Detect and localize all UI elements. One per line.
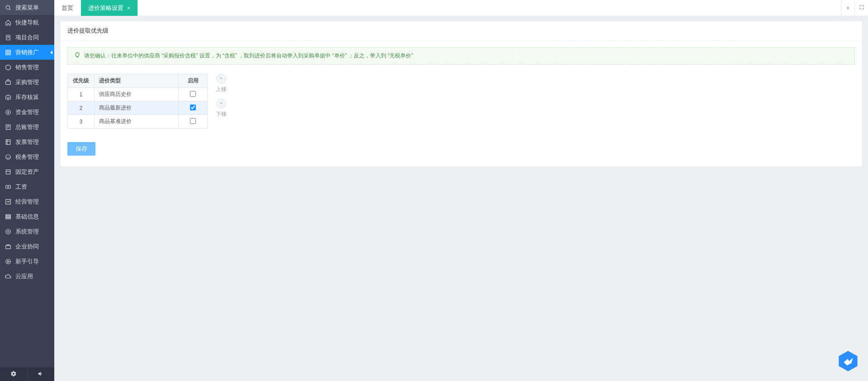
fullscreen-icon bbox=[859, 5, 864, 11]
salary-icon bbox=[5, 183, 12, 190]
save-button[interactable]: 保存 bbox=[67, 142, 95, 156]
enable-checkbox[interactable] bbox=[190, 118, 196, 124]
sidebar-item-label: 采购管理 bbox=[15, 78, 39, 86]
svg-point-26 bbox=[7, 231, 9, 233]
chevron-up-icon bbox=[219, 76, 223, 82]
sidebar-item-label: 搜索菜单 bbox=[15, 4, 39, 12]
sidebar-item-label: 经营管理 bbox=[15, 198, 39, 206]
sidebar-item-17[interactable]: 新手引导 bbox=[0, 254, 54, 269]
sidebar-item-6[interactable]: 库存核算 bbox=[0, 90, 54, 105]
sidebar-item-10[interactable]: 税务管理 bbox=[0, 149, 54, 164]
tab-1[interactable]: 进价策略设置× bbox=[81, 0, 138, 16]
sidebar-item-0[interactable]: 搜索菜单 bbox=[0, 0, 54, 15]
assistant-dock[interactable] bbox=[837, 350, 859, 372]
guide-icon bbox=[5, 258, 12, 265]
move-up-label: 上移 bbox=[216, 86, 227, 93]
table-row[interactable]: 3商品基准进价 bbox=[68, 115, 208, 129]
svg-rect-18 bbox=[6, 170, 10, 174]
move-up-button[interactable] bbox=[216, 74, 226, 84]
sidebar-item-label: 云应用 bbox=[15, 272, 33, 281]
gear-icon bbox=[10, 371, 17, 378]
move-down-button[interactable] bbox=[216, 99, 226, 109]
sidebar-item-label: 营销推广 bbox=[15, 48, 39, 57]
svg-rect-16 bbox=[6, 139, 10, 144]
marketing-icon bbox=[5, 49, 12, 56]
svg-rect-9 bbox=[6, 81, 11, 85]
sales-icon bbox=[5, 64, 12, 71]
ledger-icon bbox=[5, 124, 12, 131]
table-row[interactable]: 2商品最新进价 bbox=[68, 101, 208, 115]
contract-icon bbox=[5, 34, 12, 41]
sidebar-item-11[interactable]: 固定资产 bbox=[0, 164, 54, 179]
cell-priority: 2 bbox=[68, 101, 95, 115]
settings-button[interactable] bbox=[0, 367, 27, 381]
svg-rect-20 bbox=[6, 185, 11, 188]
svg-rect-28 bbox=[6, 245, 11, 248]
sidebar-item-label: 固定资产 bbox=[15, 168, 39, 176]
svg-point-29 bbox=[6, 259, 11, 264]
fund-icon bbox=[5, 109, 12, 116]
sidebar: 搜索菜单快捷导航项目合同营销推广销售管理采购管理库存核算资金管理总账管理发票管理… bbox=[0, 0, 54, 381]
sidebar-item-16[interactable]: 企业协同 bbox=[0, 239, 54, 254]
svg-rect-10 bbox=[7, 97, 9, 100]
asset-icon bbox=[5, 168, 12, 176]
enable-checkbox[interactable] bbox=[190, 105, 196, 110]
sidebar-item-label: 企业协同 bbox=[15, 243, 39, 251]
close-icon: × bbox=[846, 5, 849, 11]
fullscreen-button[interactable] bbox=[854, 0, 868, 16]
move-down-label: 下移 bbox=[216, 110, 227, 118]
tab-close-icon[interactable]: × bbox=[127, 5, 130, 11]
lightbulb-icon bbox=[74, 52, 81, 60]
sidebar-item-label: 总账管理 bbox=[15, 123, 39, 131]
chevron-down-icon bbox=[219, 100, 223, 107]
sidebar-item-label: 项目合同 bbox=[15, 33, 39, 42]
sidebar-item-1[interactable]: 快捷导航 bbox=[0, 15, 54, 30]
cell-type: 商品最新进价 bbox=[94, 101, 178, 115]
sidebar-item-5[interactable]: 采购管理 bbox=[0, 75, 54, 90]
tip-message: 请您确认：往来单位中的供应商 “采购报价含税” 设置，为 “含税” ，取到进价后… bbox=[67, 47, 855, 65]
sidebar-item-7[interactable]: 资金管理 bbox=[0, 105, 54, 119]
tabbar-actions: × bbox=[841, 0, 868, 16]
tax-icon bbox=[5, 153, 12, 161]
close-all-tabs-button[interactable]: × bbox=[841, 0, 854, 16]
sidebar-item-12[interactable]: 工资 bbox=[0, 179, 54, 194]
sidebar-item-8[interactable]: 总账管理 bbox=[0, 119, 54, 134]
table-header-row: 优先级 进价类型 启用 bbox=[68, 74, 208, 88]
sidebar-item-15[interactable]: 系统管理 bbox=[0, 224, 54, 239]
cell-type: 商品基准进价 bbox=[94, 115, 178, 129]
sidebar-footer bbox=[0, 367, 54, 381]
volume-button[interactable] bbox=[27, 367, 55, 381]
svg-rect-8 bbox=[9, 53, 10, 55]
invoice-icon bbox=[5, 138, 12, 146]
sidebar-item-label: 工资 bbox=[15, 183, 27, 191]
table-row[interactable]: 1供应商历史价 bbox=[68, 88, 208, 101]
col-priority: 优先级 bbox=[68, 74, 95, 88]
enable-checkbox[interactable] bbox=[190, 91, 196, 97]
sidebar-menu: 搜索菜单快捷导航项目合同营销推广销售管理采购管理库存核算资金管理总账管理发票管理… bbox=[0, 0, 54, 367]
col-enable: 启用 bbox=[179, 74, 208, 88]
svg-marker-30 bbox=[8, 260, 9, 262]
col-type: 进价类型 bbox=[94, 74, 178, 88]
sidebar-item-label: 基础信息 bbox=[15, 213, 39, 221]
svg-rect-6 bbox=[9, 50, 10, 52]
tab-label: 首页 bbox=[62, 4, 73, 12]
sidebar-item-2[interactable]: 项目合同 bbox=[0, 30, 54, 45]
svg-point-17 bbox=[6, 154, 11, 159]
tab-bar: 首页进价策略设置× × bbox=[54, 0, 868, 16]
sidebar-item-4[interactable]: 销售管理 bbox=[0, 60, 54, 75]
sidebar-item-18[interactable]: 云应用 bbox=[0, 269, 54, 284]
sidebar-item-label: 税务管理 bbox=[15, 153, 39, 161]
sidebar-item-14[interactable]: 基础信息 bbox=[0, 209, 54, 224]
sidebar-item-9[interactable]: 发票管理 bbox=[0, 134, 54, 149]
volume-icon bbox=[38, 371, 44, 378]
svg-point-27 bbox=[6, 229, 11, 234]
tab-0[interactable]: 首页 bbox=[54, 0, 81, 16]
svg-point-21 bbox=[8, 186, 9, 187]
active-arrow-icon bbox=[50, 51, 52, 54]
sidebar-item-3[interactable]: 营销推广 bbox=[0, 45, 54, 60]
search-icon bbox=[5, 4, 12, 11]
sidebar-item-13[interactable]: 经营管理 bbox=[0, 194, 54, 209]
home-icon bbox=[5, 19, 12, 26]
svg-rect-5 bbox=[6, 50, 8, 52]
main-panel: 进价提取优先级 请您确认：往来单位中的供应商 “采购报价含税” 设置，为 “含税… bbox=[60, 21, 863, 167]
